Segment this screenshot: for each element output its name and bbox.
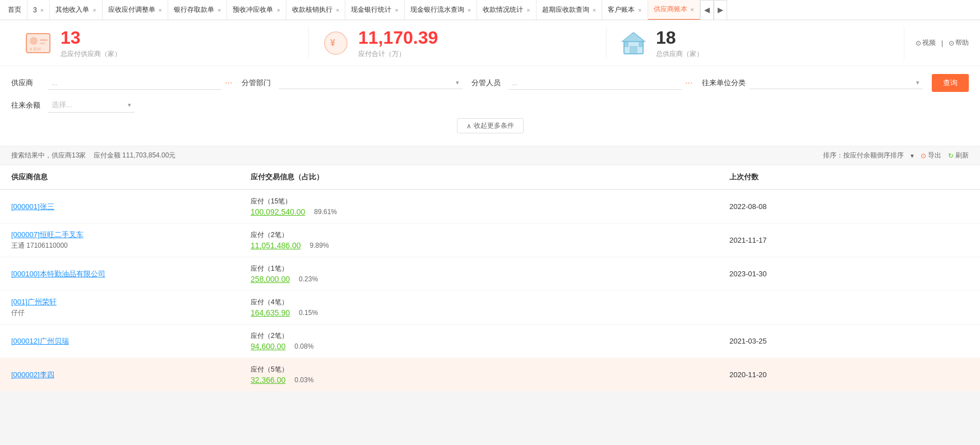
nav-tab-other-income-close[interactable]: × — [93, 7, 96, 13]
amount-value-5[interactable]: 32,366.00 — [251, 376, 285, 384]
amount-cell-3: 应付 （4笔） 164,635.90 0.15% — [251, 298, 490, 317]
query-button[interactable]: 查询 — [932, 74, 969, 92]
supplier-name-4: 广州贝瑞 — [40, 337, 69, 345]
supplier-link-3[interactable]: [001]广州荣轩 — [11, 298, 57, 306]
filter-supplier-label: 供应商 — [11, 78, 45, 88]
nav-tab-pre-receive-close[interactable]: × — [276, 7, 280, 13]
person-dots-icon[interactable]: ··· — [685, 78, 692, 88]
collapse-button[interactable]: ∧ 收起更多条件 — [457, 118, 524, 133]
svg-text:¥ 应付: ¥ 应付 — [30, 47, 41, 51]
pay-label-5: 应付 — [251, 365, 264, 374]
top-navigation: 首页 3 × 其他收入单 × 应收应付调整单 × 银行存取款单 × 预收冲应收单… — [0, 0, 980, 20]
result-actions: 排序：按应付余额倒序排序 ▾ ⊙ 导出 ↻ 刷新 — [823, 151, 969, 160]
amount-value-3[interactable]: 164,635.90 — [251, 308, 290, 317]
nav-arrow-left[interactable]: ◀ — [700, 0, 714, 20]
help-link[interactable]: ⊙ 帮助 — [949, 38, 969, 48]
nav-tab-receipt-stat[interactable]: 收款情况统计 × — [477, 0, 536, 20]
balance-select[interactable]: 选择... ▾ — [48, 98, 135, 113]
amount-row-0: 应付 （15笔） — [251, 197, 490, 207]
result-summary-text: 搜索结果中，供应商13家 — [11, 151, 86, 159]
nav-arrow-right[interactable]: ▶ — [714, 0, 727, 20]
nav-tab-overdue-ar[interactable]: 超期应收款查询 × — [537, 0, 602, 20]
collapse-up-icon: ∧ — [466, 122, 471, 130]
nav-tab-overdue-ar-close[interactable]: × — [593, 7, 596, 13]
nav-tab-supplier-book-close[interactable]: × — [691, 6, 694, 13]
supplier-code-4: [000012] — [11, 337, 40, 345]
supplier-input[interactable] — [48, 76, 221, 90]
supplier-info-0: [000001]张三 — [11, 202, 251, 212]
supplier-info-1: [000007]恒旺二手叉车 王通 17106110000 — [11, 230, 251, 251]
supplier-link-4[interactable]: [000012]广州贝瑞 — [11, 337, 69, 345]
filter-person: 分管人员 ··· — [471, 76, 693, 90]
svg-text:¥: ¥ — [330, 38, 335, 48]
amount-value-0[interactable]: 100,092,540.00 — [251, 207, 305, 216]
dept-select[interactable]: ▾ — [279, 77, 463, 89]
nav-tab-receipt-stat-close[interactable]: × — [526, 7, 530, 13]
amount-pct-5: 0.03% — [294, 376, 313, 384]
summary-label-payable-suppliers: 总应付供应商（家） — [61, 49, 121, 59]
nav-tab-3-close[interactable]: × — [40, 7, 44, 13]
nav-tab-bank-deposit[interactable]: 银行存取款单 × — [168, 0, 227, 20]
amount-value-1[interactable]: 11,051,486.00 — [251, 241, 301, 250]
nav-tab-home[interactable]: 首页 — [2, 0, 27, 20]
refresh-button[interactable]: ↻ 刷新 — [948, 151, 969, 160]
table-row: [000012]广州贝瑞 应付 （2笔） 94,600.00 0.08% 202… — [0, 325, 980, 358]
nav-tab-cash-bank-flow[interactable]: 现金银行流水查询 × — [405, 0, 477, 20]
last-pay-date-4: 2021-03-25 — [729, 337, 969, 345]
nav-tab-cash-bank-stat[interactable]: 现金银行统计 × — [345, 0, 404, 20]
svg-rect-1 — [30, 37, 38, 45]
amount-value-2[interactable]: 258,000.00 — [251, 275, 290, 284]
last-pay-date-5: 2020-11-20 — [729, 370, 969, 379]
category-select[interactable]: ▾ — [749, 77, 923, 89]
nav-tab-receipt-exec-close[interactable]: × — [336, 7, 339, 13]
pay-label-2: 应付 — [251, 264, 264, 274]
supplier-link-0[interactable]: [000001]张三 — [11, 202, 54, 211]
supplier-link-5[interactable]: [000002]李四 — [11, 370, 54, 379]
supplier-code-0: [000001] — [11, 202, 40, 211]
nav-tab-ar-ap-adjust-close[interactable]: × — [159, 7, 162, 13]
nav-tab-customer-book-label: 客户账本 — [608, 5, 635, 15]
nav-tab-receipt-exec[interactable]: 收款核销执行 × — [286, 0, 345, 20]
video-link[interactable]: ⊙ 视频 — [916, 38, 936, 48]
col-header-supplier: 供应商信息 — [11, 172, 251, 182]
nav-tab-supplier-book[interactable]: 供应商账本 × — [648, 0, 700, 20]
supplier-dots-icon[interactable]: ··· — [225, 78, 232, 88]
svg-rect-3 — [40, 43, 45, 44]
table-row: [000001]张三 应付 （15笔） 100,092,540.00 89.61… — [0, 190, 980, 224]
filter-row-2: 往来余额 选择... ▾ — [11, 98, 969, 113]
help-label: 帮助 — [955, 38, 969, 48]
svg-rect-10 — [624, 41, 628, 47]
nav-tab-cash-bank-stat-close[interactable]: × — [395, 7, 398, 13]
balance-select-text: 选择... — [52, 100, 128, 110]
amount-value-row-4: 94,600.00 0.08% — [251, 342, 490, 351]
nav-tab-cash-bank-flow-close[interactable]: × — [468, 7, 471, 13]
nav-tab-other-income-label: 其他收入单 — [56, 5, 89, 15]
nav-tab-receipt-stat-label: 收款情况统计 — [483, 5, 523, 15]
nav-tab-pre-receive[interactable]: 预收冲应收单 × — [227, 0, 286, 20]
svg-rect-11 — [639, 41, 643, 47]
data-table: 供应商信息 应付交易信息（占比） 上次付数 [000001]张三 应付 （15笔… — [0, 165, 980, 392]
supplier-info-4: [000012]广州贝瑞 — [11, 336, 251, 346]
person-input[interactable] — [509, 76, 682, 90]
export-button[interactable]: ⊙ 导出 — [921, 151, 941, 160]
nav-tab-customer-book-close[interactable]: × — [638, 7, 641, 13]
amount-pct-0: 89.61% — [314, 208, 337, 216]
amount-value-row-5: 32,366.00 0.03% — [251, 376, 490, 384]
nav-tab-ar-ap-adjust[interactable]: 应收应付调整单 × — [103, 0, 168, 20]
collapse-label: 收起更多条件 — [474, 121, 514, 131]
divider: | — [941, 39, 943, 47]
supplier-name-3: 广州荣轩 — [27, 298, 57, 306]
supplier-link-2[interactable]: [000100]本特勤油品有限公司 — [11, 270, 105, 278]
summary-number-total-suppliers: 18 — [656, 27, 703, 48]
amount-row-2: 应付 （1笔） — [251, 264, 490, 275]
nav-tab-bank-deposit-close[interactable]: × — [218, 7, 221, 13]
amount-value-4[interactable]: 94,600.00 — [251, 342, 285, 351]
nav-tab-other-income[interactable]: 其他收入单 × — [50, 0, 102, 20]
supplier-link-1[interactable]: [000007]恒旺二手叉车 — [11, 230, 84, 239]
amount-row-1: 应付 （2笔） — [251, 230, 490, 241]
nav-tab-cash-bank-flow-label: 现金银行流水查询 — [410, 5, 464, 15]
nav-tab-customer-book[interactable]: 客户账本 × — [602, 0, 648, 20]
filter-dept: 分管部门 ▾ — [242, 77, 463, 89]
summary-label-total-amount: 应付合计（万） — [358, 49, 438, 59]
nav-tab-3[interactable]: 3 × — [27, 0, 50, 20]
